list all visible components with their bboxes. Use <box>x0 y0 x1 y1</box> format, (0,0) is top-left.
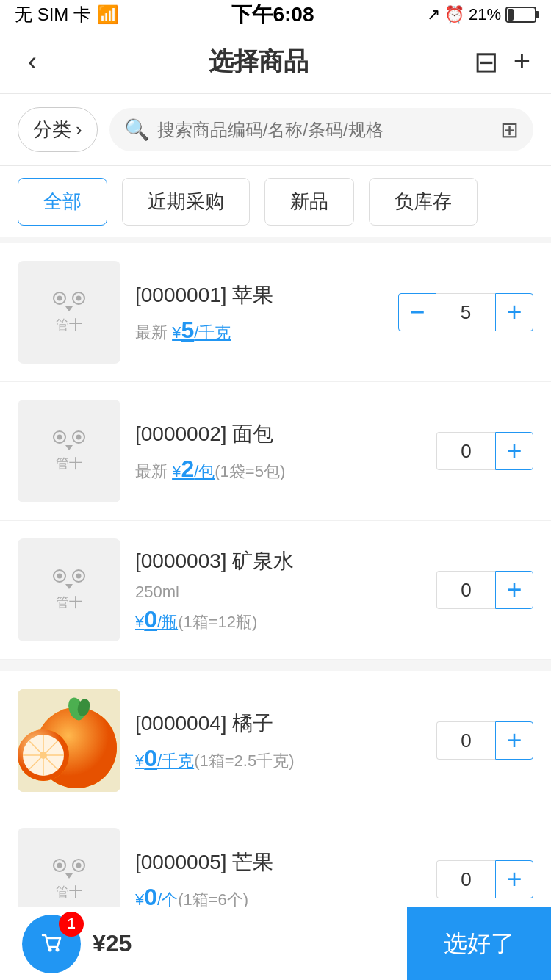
carrier-text: 无 SIM 卡 <box>15 3 91 26</box>
product-name: [0000003] 矿泉水 <box>135 547 422 575</box>
product-info: [0000003] 矿泉水 250ml ¥0/瓶(1箱=12瓶) <box>135 547 422 633</box>
orange-image <box>18 689 120 792</box>
quantity-increase-button[interactable]: + <box>495 293 533 331</box>
quantity-input[interactable] <box>436 721 495 760</box>
owl-logo: 管十 <box>53 569 85 611</box>
quantity-input[interactable] <box>436 571 495 609</box>
nav-actions: ⊟ + <box>474 45 530 79</box>
product-thumbnail: 管十 <box>18 261 120 364</box>
list-item: 管十 [0000003] 矿泉水 250ml ¥0/瓶(1箱=12瓶) + <box>0 521 551 660</box>
category-label: 分类 <box>33 117 71 143</box>
cart-button[interactable]: 1 <box>22 915 81 973</box>
list-item: 管十 [0000002] 面包 最新 ¥2/包(1袋=5包) + <box>0 382 551 521</box>
product-price: 最新 ¥5/千克 <box>135 317 383 344</box>
chevron-right-icon: › <box>76 118 82 141</box>
cart-area: 1 ¥25 <box>0 915 407 973</box>
product-price: ¥0/千克(1箱=2.5千克) <box>135 745 422 772</box>
owl-logo: 管十 <box>53 430 85 472</box>
product-price: ¥0/瓶(1箱=12瓶) <box>135 606 422 633</box>
tab-recent[interactable]: 近期采购 <box>122 178 250 226</box>
filter-tabs: 全部 近期采购 新品 负库存 <box>0 166 551 243</box>
tab-new[interactable]: 新品 <box>264 178 354 226</box>
quantity-control: + <box>436 432 533 470</box>
quantity-control: + <box>436 860 533 898</box>
list-item: 管十 [0000001] 苹果 最新 ¥5/千克 − + <box>0 243 551 382</box>
product-name: [0000001] 苹果 <box>135 281 383 309</box>
product-thumbnail: 管十 <box>18 538 120 641</box>
product-name: [0000005] 芒果 <box>135 849 422 876</box>
quantity-input[interactable] <box>436 432 495 470</box>
status-time: 下午6:08 <box>231 1 314 29</box>
category-button[interactable]: 分类 › <box>18 107 98 152</box>
owl-logo: 管十 <box>53 292 85 334</box>
search-input-wrap: 🔍 ⊞ <box>109 108 533 151</box>
search-bar: 分类 › 🔍 ⊞ <box>0 94 551 166</box>
filter-icon[interactable]: ⊟ <box>474 45 499 79</box>
nav-bar: ‹ 选择商品 ⊟ + <box>0 29 551 94</box>
list-item: [0000004] 橘子 ¥0/千克(1箱=2.5千克) + <box>0 671 551 810</box>
bottom-bar: 1 ¥25 选好了 <box>0 907 551 980</box>
product-spec: 250ml <box>135 583 422 602</box>
product-name: [0000004] 橘子 <box>135 710 422 738</box>
svg-point-13 <box>48 948 52 951</box>
product-name: [0000002] 面包 <box>135 420 422 448</box>
quantity-control: + <box>436 571 533 609</box>
wifi-icon: 📶 <box>97 4 119 25</box>
product-list: 管十 [0000001] 苹果 最新 ¥5/千克 − + 管十 <box>0 243 551 980</box>
add-icon[interactable]: + <box>514 45 530 78</box>
svg-point-10 <box>40 752 47 759</box>
quantity-control: − + <box>398 293 533 331</box>
search-icon: 🔍 <box>124 118 150 142</box>
product-price: 最新 ¥2/包(1袋=5包) <box>135 455 422 483</box>
quantity-increase-button[interactable]: + <box>495 860 533 898</box>
quantity-decrease-button[interactable]: − <box>398 293 436 331</box>
product-info: [0000002] 面包 最新 ¥2/包(1袋=5包) <box>135 420 422 483</box>
quantity-increase-button[interactable]: + <box>495 721 533 760</box>
battery-icon <box>505 7 536 23</box>
product-info: [0000005] 芒果 ¥0/个(1箱=6个) <box>135 849 422 911</box>
search-input[interactable] <box>157 120 493 140</box>
quantity-input[interactable] <box>436 860 495 898</box>
status-right: ↗ ⏰ 21% <box>427 5 536 24</box>
confirm-button[interactable]: 选好了 <box>407 907 551 980</box>
status-bar: 无 SIM 卡 📶 下午6:08 ↗ ⏰ 21% <box>0 0 551 29</box>
alarm-icon: ⏰ <box>444 5 464 24</box>
location-icon: ↗ <box>427 5 440 24</box>
quantity-increase-button[interactable]: + <box>495 571 533 609</box>
product-info: [0000004] 橘子 ¥0/千克(1箱=2.5千克) <box>135 710 422 772</box>
tab-negative[interactable]: 负库存 <box>369 178 478 226</box>
owl-logo: 管十 <box>53 859 85 901</box>
product-thumbnail <box>18 689 120 792</box>
svg-point-14 <box>56 948 60 951</box>
product-thumbnail: 管十 <box>18 400 120 502</box>
back-button[interactable]: ‹ <box>21 39 44 84</box>
cart-icon <box>37 929 66 959</box>
quantity-increase-button[interactable]: + <box>495 432 533 470</box>
cart-badge: 1 <box>59 912 84 937</box>
battery-percent: 21% <box>469 5 501 24</box>
section-gap <box>0 660 551 671</box>
product-info: [0000001] 苹果 最新 ¥5/千克 <box>135 281 383 344</box>
page-title: 选择商品 <box>209 45 309 79</box>
quantity-input[interactable] <box>436 293 495 331</box>
tab-all[interactable]: 全部 <box>18 178 107 226</box>
scan-icon[interactable]: ⊞ <box>500 117 519 143</box>
status-carrier: 无 SIM 卡 📶 <box>15 3 119 26</box>
quantity-control: + <box>436 721 533 760</box>
cart-total: ¥25 <box>93 930 132 957</box>
